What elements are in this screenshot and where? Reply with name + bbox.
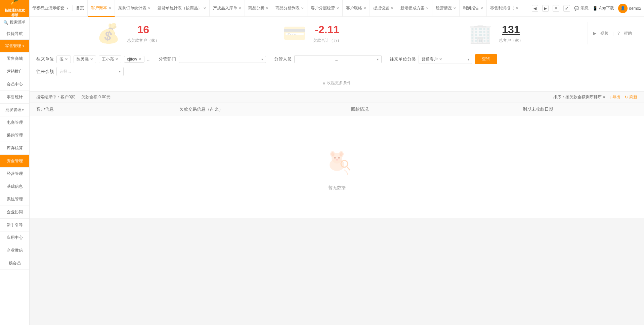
close-icon[interactable]: ✕ bbox=[301, 6, 304, 10]
chevron-down-icon: ▾ bbox=[22, 108, 24, 112]
sidebar-item-label: 零售商城 bbox=[7, 56, 23, 61]
tab-home-label: 首页 bbox=[76, 5, 84, 11]
tab-prev-button[interactable]: ◀ bbox=[532, 5, 538, 12]
close-icon[interactable]: ✕ bbox=[239, 6, 241, 10]
tab-maximize-button[interactable]: ⤢ bbox=[563, 5, 570, 12]
tab-home[interactable]: 首页 bbox=[73, 0, 88, 17]
svg-point-4 bbox=[331, 152, 334, 156]
result-bar-right: 排序：按欠款金额倒序排序 ▾ ↓ 导出 ↻ 刷新 bbox=[553, 94, 637, 100]
tab-purchase-order-stats[interactable]: 采购订单统计表 ✕ bbox=[115, 0, 154, 17]
sidebar-item-system[interactable]: 系统管理 bbox=[0, 193, 29, 206]
refresh-button[interactable]: ↻ 刷新 bbox=[625, 94, 637, 100]
account-dropdown-label[interactable]: 母婴行业演示帐套 bbox=[32, 5, 65, 11]
chevron-down-icon: ▾ bbox=[261, 58, 263, 61]
person-select[interactable]: ... ▾ bbox=[294, 55, 382, 63]
person-filter-label: 分管人员 bbox=[274, 56, 292, 62]
filter-tag-remove-unit1[interactable]: ✕ bbox=[65, 57, 68, 62]
unit-category-select[interactable]: 普通客户 ✕ ▾ bbox=[419, 55, 472, 64]
tab-operations-status[interactable]: 经营情况 ✕ bbox=[432, 0, 460, 17]
sidebar-item-marketing[interactable]: 营销推广 bbox=[0, 65, 29, 78]
svg-point-7 bbox=[338, 157, 340, 159]
tab-label: 采购订单统计表 bbox=[118, 5, 146, 11]
person-select-more[interactable]: ... bbox=[335, 57, 338, 62]
quick-nav-label: 快捷导航 bbox=[7, 31, 23, 36]
tab-customer-ledger[interactable]: 客户账本 ✕ bbox=[88, 0, 115, 17]
account-dropdown-icon[interactable]: ▾ bbox=[67, 6, 68, 10]
tab-label: 零售利润报（ bbox=[490, 5, 514, 11]
sidebar-item-ecommerce[interactable]: 电商管理 bbox=[0, 116, 29, 129]
top-nav-right: ◀ ▶ ✕ ⤢ 💬 消息 📱 App下载 👤 demo2 bbox=[532, 4, 641, 13]
filter-tag-remove-unit4[interactable]: ✕ bbox=[138, 57, 141, 62]
sidebar-item-wechat[interactable]: 企业微信 bbox=[0, 244, 29, 257]
sidebar-item-vip[interactable]: 畅会员 bbox=[0, 257, 29, 270]
close-icon[interactable]: ✕ bbox=[516, 6, 518, 10]
close-icon[interactable]: ✕ bbox=[453, 6, 456, 10]
close-icon[interactable]: ✕ bbox=[336, 6, 339, 10]
message-button[interactable]: 💬 消息 bbox=[574, 5, 589, 11]
filter-tag-remove-unit2[interactable]: ✕ bbox=[90, 57, 93, 62]
sidebar-item-guide[interactable]: 新手引导 bbox=[0, 219, 29, 231]
sidebar-item-basic-info[interactable]: 基础信息 bbox=[0, 180, 29, 193]
sidebar-item-finance[interactable]: 资金管理 bbox=[0, 155, 29, 168]
sidebar-item-member-center[interactable]: 会员中心 bbox=[0, 78, 29, 91]
logo-icon: 🍊 bbox=[10, 0, 19, 8]
sort-select[interactable]: 排序：按欠款金额倒序排序 ▾ bbox=[553, 94, 605, 100]
sidebar-search[interactable]: 🔍 搜索菜单 bbox=[0, 17, 29, 28]
result-bar: 搜索结果中：客户0家 欠款金额 0.00元 排序：按欠款金额倒序排序 ▾ ↓ 导… bbox=[30, 92, 644, 103]
sidebar-item-retail-mgmt[interactable]: 零售管理 ▾ bbox=[0, 40, 29, 52]
collapse-button[interactable]: ∧ 收起更多条件 bbox=[36, 79, 637, 87]
balance-select[interactable]: 选择... ▾ bbox=[56, 67, 124, 76]
user-menu-button[interactable]: 👤 demo2 bbox=[618, 4, 641, 13]
sidebar-item-enterprise[interactable]: 企业协同 bbox=[0, 206, 29, 219]
close-icon[interactable]: ✕ bbox=[148, 6, 151, 10]
tab-goods-stats[interactable]: 进货单统计表（按商品） ✕ bbox=[154, 0, 210, 17]
sidebar-item-inventory[interactable]: 库存核算 bbox=[0, 142, 29, 155]
close-icon[interactable]: ✕ bbox=[203, 6, 206, 10]
sidebar-item-operations[interactable]: 经营管理 bbox=[0, 168, 29, 180]
sidebar-item-app-center[interactable]: 应用中心 bbox=[0, 231, 29, 244]
sidebar-item-retail-mall[interactable]: 零售商城 bbox=[0, 52, 29, 65]
close-icon[interactable]: ✕ bbox=[109, 6, 111, 10]
close-icon[interactable]: ✕ bbox=[266, 6, 268, 10]
app-logo[interactable]: 🍊 畅捷通好生意 标版 bbox=[0, 0, 29, 17]
video-label[interactable]: 视频 bbox=[600, 31, 608, 36]
result-text: 搜索结果中：客户0家 bbox=[36, 95, 75, 99]
dept-select[interactable]: ▾ bbox=[179, 56, 266, 63]
export-button[interactable]: ↓ 导出 bbox=[609, 94, 620, 100]
sidebar-item-retail-stats[interactable]: 零售统计 bbox=[0, 91, 29, 104]
tab-cost-inbound[interactable]: 产成品入库单 ✕ bbox=[210, 0, 245, 17]
tab-raise-settings[interactable]: 提成设置 ✕ bbox=[370, 0, 397, 17]
stats-bar: 💰 16 总欠款客户（家） 💳 -2.11 欠款合计（万） 🏢 131 bbox=[30, 17, 644, 50]
filter-more-units[interactable]: ... bbox=[147, 57, 151, 62]
close-icon[interactable]: ✕ bbox=[480, 6, 483, 10]
tab-profit-report[interactable]: 利润报告 ✕ bbox=[460, 0, 487, 17]
search-menu-button[interactable]: 🔍 搜索菜单 bbox=[2, 20, 27, 25]
unit-category-label: 往来单位分类 bbox=[390, 56, 416, 62]
sidebar-item-batch-mgmt[interactable]: 批发管理 ▾ bbox=[0, 104, 29, 116]
sidebar-item-label: 企业协同 bbox=[7, 210, 23, 214]
video-icon: ▶ bbox=[593, 31, 596, 36]
tab-retail-profit[interactable]: 零售利润报（ ✕ bbox=[487, 0, 522, 17]
close-icon[interactable]: ✕ bbox=[391, 6, 393, 10]
user-name: demo2 bbox=[629, 6, 641, 11]
tab-next-button[interactable]: ▶ bbox=[542, 5, 549, 12]
filter-tag-remove-unit3[interactable]: ✕ bbox=[115, 57, 118, 62]
tab-goods-analysis-list[interactable]: 商品分析列表 ✕ bbox=[272, 0, 307, 17]
close-icon[interactable]: ✕ bbox=[363, 6, 366, 10]
help-label[interactable]: 帮助 bbox=[624, 31, 632, 36]
filter-tag-remove-category[interactable]: ✕ bbox=[439, 57, 442, 62]
query-button[interactable]: 查询 bbox=[475, 54, 497, 64]
app-download-button[interactable]: 📱 App下载 bbox=[593, 5, 614, 11]
sidebar-item-quick-nav[interactable]: 快捷导航 bbox=[0, 28, 29, 40]
tab-goods-analysis[interactable]: 商品分析 ✕ bbox=[245, 0, 272, 17]
sidebar-item-purchase[interactable]: 采购管理 bbox=[0, 129, 29, 142]
collapse-icon: ∧ bbox=[323, 81, 326, 85]
close-icon[interactable]: ✕ bbox=[426, 6, 429, 10]
chevron-down-icon: ▾ bbox=[23, 44, 24, 48]
tab-add-success-plan[interactable]: 新增提成方案 ✕ bbox=[397, 0, 432, 17]
tab-customer-contact[interactable]: 客户联络 ✕ bbox=[343, 0, 370, 17]
search-menu-label: 搜索菜单 bbox=[10, 20, 26, 25]
tab-label: 客户账本 bbox=[91, 5, 107, 11]
tab-customer-segment[interactable]: 客户分层经营 ✕ bbox=[307, 0, 343, 17]
tab-close-all-button[interactable]: ✕ bbox=[553, 5, 559, 12]
